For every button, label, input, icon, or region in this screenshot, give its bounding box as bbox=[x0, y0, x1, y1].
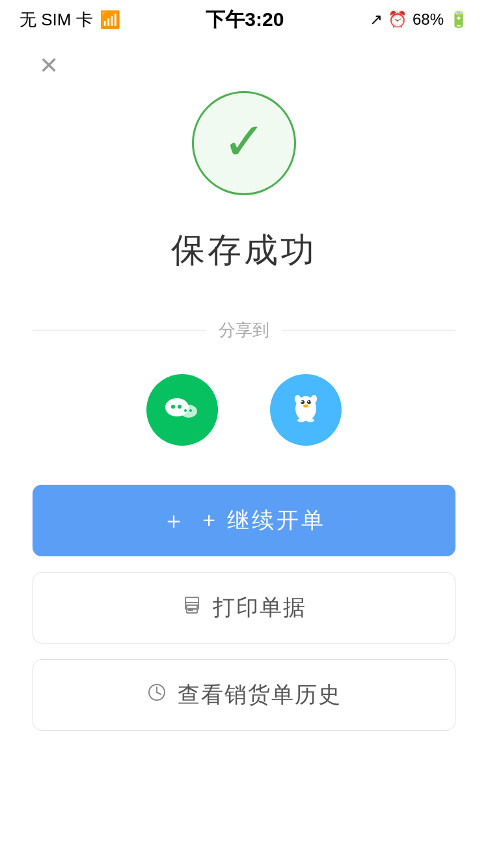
status-time: 下午3:20 bbox=[206, 7, 284, 33]
close-button[interactable]: ✕ bbox=[33, 49, 65, 82]
svg-point-3 bbox=[180, 405, 197, 418]
svg-point-10 bbox=[301, 401, 303, 402]
share-section: 分享到 bbox=[0, 319, 488, 446]
location-icon: ↗ bbox=[370, 10, 383, 29]
qq-icon bbox=[285, 389, 327, 431]
svg-point-11 bbox=[308, 401, 309, 402]
divider-line-left bbox=[33, 330, 206, 331]
actions-section: ＋ + 继续开单 打印单据 bbox=[0, 485, 488, 731]
history-button[interactable]: 查看销货单历史 bbox=[33, 659, 455, 731]
share-divider: 分享到 bbox=[0, 319, 488, 342]
close-icon: ✕ bbox=[39, 54, 59, 77]
svg-point-16 bbox=[306, 418, 314, 422]
svg-rect-17 bbox=[185, 597, 198, 605]
no-sim-label: 无 SIM 卡 bbox=[20, 8, 93, 31]
main-content: ✓ 保存成功 分享到 bbox=[0, 39, 488, 731]
status-left: 无 SIM 卡 📶 bbox=[20, 8, 120, 31]
continue-button[interactable]: ＋ + 继续开单 bbox=[33, 485, 455, 556]
wechat-share-button[interactable] bbox=[146, 374, 218, 446]
svg-line-25 bbox=[157, 692, 161, 694]
print-label: 打印单据 bbox=[213, 593, 306, 623]
wifi-icon: 📶 bbox=[100, 10, 120, 30]
qq-share-button[interactable] bbox=[270, 374, 342, 446]
alarm-icon: ⏰ bbox=[388, 10, 407, 29]
checkmark-icon: ✓ bbox=[223, 116, 266, 168]
success-title: 保存成功 bbox=[171, 228, 317, 273]
continue-label: + 继续开单 bbox=[202, 506, 325, 536]
battery-label: 68% bbox=[413, 10, 444, 29]
svg-rect-21 bbox=[188, 608, 196, 609]
svg-point-12 bbox=[303, 405, 308, 408]
success-circle: ✓ bbox=[192, 91, 296, 195]
battery-icon: 🔋 bbox=[449, 10, 468, 29]
status-bar: 无 SIM 卡 📶 下午3:20 ↗ ⏰ 68% 🔋 bbox=[0, 0, 488, 39]
svg-point-2 bbox=[178, 405, 182, 409]
history-icon bbox=[146, 682, 167, 708]
status-right: ↗ ⏰ 68% 🔋 bbox=[370, 10, 468, 29]
svg-point-4 bbox=[184, 409, 187, 412]
svg-point-15 bbox=[297, 418, 305, 422]
share-label: 分享到 bbox=[219, 319, 269, 342]
wechat-icon bbox=[161, 389, 203, 431]
print-button[interactable]: 打印单据 bbox=[33, 572, 455, 644]
svg-point-1 bbox=[171, 405, 175, 409]
history-label: 查看销货单历史 bbox=[178, 680, 342, 710]
print-icon bbox=[182, 595, 202, 621]
continue-icon: ＋ bbox=[162, 505, 187, 537]
share-icons bbox=[146, 374, 342, 446]
divider-line-right bbox=[282, 330, 455, 331]
svg-rect-22 bbox=[188, 610, 193, 611]
svg-point-5 bbox=[189, 409, 192, 412]
svg-point-20 bbox=[197, 605, 198, 607]
